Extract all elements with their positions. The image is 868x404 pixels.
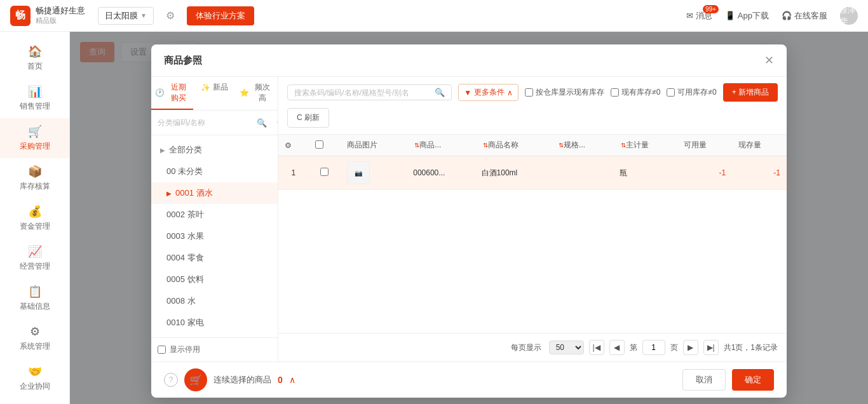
sort-name-icon: ⇅ [483,142,488,149]
available-checkbox[interactable] [611,88,619,97]
trial-button[interactable]: 体验行业方案 [187,6,254,25]
cat-item-all[interactable]: ▶ 全部分类 [151,139,278,161]
cat-item-electronics[interactable]: 0010 家电 [151,312,278,333]
cancel-button[interactable]: 取消 [682,369,726,391]
td-unit: 瓶 [613,156,677,190]
sidebar-item-basic-info[interactable]: 📋 基础信息 [0,278,69,318]
cat-item-water[interactable]: 0008 水 [151,290,278,312]
sidebar-item-guide[interactable]: 🔰 新手引导 [0,398,69,404]
category-list: ▶ 全部分类 00 未分类 ▶ 0001 酒水 0002 茶 [151,135,278,337]
category-search: 🔍 《 [151,111,278,135]
page-number-input[interactable] [642,340,665,355]
cat-item-fruit[interactable]: 0003 水果 [151,226,278,247]
modal-header: 商品参照 ✕ [151,44,787,77]
avatar: 徐泽华 [840,7,858,25]
basic-info-icon: 📋 [28,285,42,299]
search-icon[interactable]: 🔍 [257,118,267,128]
th-code[interactable]: ⇅商品... [407,135,475,156]
tab-recent-purchase[interactable]: 🕐 近期购买 [151,77,193,110]
refresh-product-button[interactable]: C 刷新 [287,108,329,128]
tab-new-products[interactable]: ✨ 新品 [193,77,235,110]
sidebar-item-system[interactable]: ⚙ 系统管理 [0,318,69,358]
prev-page-button[interactable]: ◀ [609,340,625,355]
footer-collapse-icon[interactable]: ∧ [289,375,295,385]
product-search-icon[interactable]: 🔍 [435,88,445,97]
help-button[interactable]: ? [164,373,178,387]
filter-icon: ▼ [464,88,471,97]
cat-item-tea[interactable]: 0002 茶叶 [151,204,278,226]
collapse-panel-button[interactable]: 《 [271,116,278,130]
sidebar-item-home[interactable]: 🏠 首页 [0,38,69,78]
enterprise-icon: 🤝 [28,365,42,379]
pagination: 每页显示 50 20 100 |◀ ◀ 第 页 ▶ [278,333,787,361]
headset-icon: 🎧 [782,11,792,20]
modal-close-button[interactable]: ✕ [764,53,774,67]
message-btn[interactable]: ✉ 消息 99+ [686,10,712,22]
system-icon: ⚙ [30,325,40,339]
category-footer: 显示停用 [151,337,278,361]
clock-icon: 🕐 [155,88,165,97]
category-tabs: 🕐 近期购买 ✨ 新品 [151,77,278,111]
product-search-input[interactable] [294,88,431,97]
usable-filter[interactable]: 可用库存≠0 [667,87,716,98]
sidebar-item-operations[interactable]: 📈 经营管理 [0,238,69,278]
cart-button[interactable]: 🛒 [184,368,207,391]
product-table: ⚙ 商品图片 ⇅商品... ⇅商品名称 [278,135,787,190]
table-row[interactable]: 1 📷 000600... 白酒100ml [278,156,787,190]
sidebar-item-finance[interactable]: 💰 资金管理 [0,198,69,238]
th-unit[interactable]: ⇅主计量 [613,135,677,156]
td-checkbox[interactable] [309,156,341,190]
cat-item-liquor[interactable]: ▶ 0001 酒水 [151,182,278,204]
row-checkbox[interactable] [320,168,329,176]
tab-high-frequency[interactable]: ⭐ 频次高 [236,77,278,110]
sidebar-item-inventory[interactable]: 📦 库存核算 [0,158,69,198]
td-stock: -1 [732,156,787,190]
th-spec[interactable]: ⇅规格... [551,135,613,156]
operations-icon: 📈 [28,245,42,259]
th-settings[interactable]: ⚙ [278,135,309,156]
selected-count: 0 [278,375,283,385]
chevron-down-icon: ▼ [140,12,147,19]
filter-up-icon: ∧ [507,88,513,97]
product-reference-modal: 商品参照 ✕ 🕐 近期购买 [151,44,787,398]
show-disabled-checkbox[interactable] [158,346,166,354]
sidebar-item-enterprise[interactable]: 🤝 企业协同 [0,358,69,398]
nav-right: ✉ 消息 99+ 📱 App下载 🎧 在线客服 徐泽华 [686,7,858,25]
total-label: 共1页，1条记录 [724,342,778,353]
cat-item-beverage[interactable]: 0005 饮料 [151,269,278,290]
td-spec [551,156,613,190]
nav-selector[interactable]: 日太阳膜 ▼ [98,7,154,25]
product-toolbar: 🔍 ▼ 更多条件 ∧ 按仓库显示现有库存 [278,77,787,135]
logo-icon: 畅 [10,6,31,26]
warehouse-filter[interactable]: 按仓库显示现有库存 [525,87,604,98]
message-badge: 99+ [703,5,719,13]
select-all-checkbox[interactable] [315,140,323,149]
td-num: 1 [278,156,309,190]
next-page-button[interactable]: ▶ [683,340,698,355]
more-filter-button[interactable]: ▼ 更多条件 ∧ [458,84,519,101]
category-search-input[interactable] [158,118,253,127]
cat-item-uncategorized[interactable]: 00 未分类 [151,161,278,182]
first-page-button[interactable]: |◀ [589,340,604,355]
modal-footer: ? 🛒 连续选择的商品 0 ∧ 取消 确定 [151,361,787,398]
footer-actions: 取消 确定 [682,369,774,391]
usable-checkbox[interactable] [667,88,675,97]
online-service-btn[interactable]: 🎧 在线客服 [782,10,827,22]
confirm-button[interactable]: 确定 [732,369,774,391]
purchase-icon: 🛒 [28,125,42,138]
new-product-button[interactable]: + 新增商品 [723,83,778,102]
gear-button[interactable]: ⚙ [160,6,180,26]
last-page-button[interactable]: ▶| [703,340,719,355]
user-profile[interactable]: 徐泽华 [840,7,858,25]
warehouse-checkbox[interactable] [525,88,533,97]
per-page-select[interactable]: 50 20 100 [549,340,584,354]
cat-item-snacks[interactable]: 0004 零食 [151,247,278,269]
sort-spec-icon: ⇅ [559,142,564,149]
sidebar-item-purchase[interactable]: 🛒 采购管理 [0,118,69,158]
available-filter[interactable]: 现有库存≠0 [611,87,660,98]
app-download-btn[interactable]: 📱 App下载 [725,10,769,22]
th-checkbox[interactable] [309,135,341,156]
sidebar-item-sales[interactable]: 📊 销售管理 [0,78,69,118]
product-search-box: 🔍 [287,84,452,100]
th-name[interactable]: ⇅商品名称 [475,135,552,156]
